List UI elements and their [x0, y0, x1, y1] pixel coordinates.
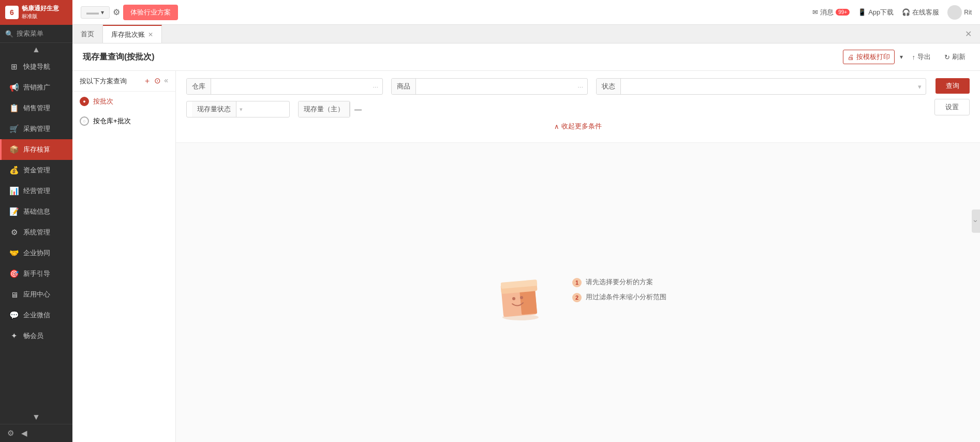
empty-state: 1 请先选择要分析的方案 2 用过滤条件来缩小分析范围 — [176, 143, 980, 442]
settings-footer-icon[interactable]: ⚙ — [7, 429, 14, 438]
sidebar-item-basic[interactable]: 📝 基础信息 — [0, 201, 72, 222]
company-name: 畅康通好生意 — [22, 5, 59, 13]
message-icon: ✉ — [812, 8, 818, 16]
inventory-status-label: 现存量状态 — [192, 101, 236, 117]
export-button[interactable]: ↑ 导出 — [908, 50, 936, 64]
sidebar-search[interactable]: 🔍 搜索菜单 — [0, 25, 72, 43]
username-label: Rit — [964, 9, 972, 16]
left-panel: 按以下方案查询 ＋ ⊙ « ● 按批次 ○ 按仓库+批次 — [72, 71, 176, 442]
online-service-button[interactable]: 🎧 在线客服 — [902, 8, 939, 17]
sidebar-item-finance[interactable]: 💰 资金管理 — [0, 160, 72, 181]
sidebar-item-newbie[interactable]: 🎯 新手引导 — [0, 263, 72, 284]
add-scheme-icon[interactable]: ＋ — [143, 76, 151, 86]
sidebar-item-operations[interactable]: 📊 经营管理 — [0, 181, 72, 201]
inventory-amount-field: 现存量（主） — — [298, 101, 362, 117]
appstore-icon: 🖥 — [9, 290, 19, 299]
sidebar-item-wechat[interactable]: 💬 企业微信 — [0, 305, 72, 326]
scroll-up-button[interactable]: ▲ — [0, 43, 72, 56]
tab-close-icon[interactable]: ✕ — [148, 31, 153, 38]
status-arrow-icon[interactable]: ▾ — [914, 83, 926, 91]
breadcrumb: ▬▬ ▾ — [81, 6, 110, 19]
messages-label: 消息 — [820, 8, 834, 17]
hint-2: 2 用过滤条件来缩小分析范围 — [572, 292, 666, 302]
app-download-button[interactable]: 📱 App下载 — [858, 8, 894, 17]
left-panel-actions: ＋ ⊙ « — [143, 76, 168, 86]
sidebar-item-enterprise[interactable]: 🤝 企业协同 — [0, 243, 72, 263]
content-body: 按以下方案查询 ＋ ⊙ « ● 按批次 ○ 按仓库+批次 — [72, 71, 980, 442]
search-label: 搜索菜单 — [17, 29, 43, 38]
messages-badge: 99+ — [836, 9, 850, 16]
inventory-status-select[interactable]: 现存量状态 ▾ — [186, 101, 290, 117]
product-more-icon[interactable]: ··· — [573, 83, 587, 91]
sidebar-item-inventory[interactable]: 📦 库存核算 — [0, 139, 72, 160]
sidebar-item-member[interactable]: ✦ 畅会员 — [0, 326, 72, 346]
sidebar-item-quick-nav[interactable]: ⊞ 快捷导航 — [0, 56, 72, 77]
tab-home[interactable]: 首页 — [72, 25, 103, 43]
filter-area: 仓库 ··· 商品 ··· 状态 — [176, 71, 980, 143]
header-actions: 🖨 按模板打印 ▾ ↑ 导出 ↻ 刷新 — [843, 50, 970, 64]
right-sidebar-toggle[interactable]: › — [972, 210, 980, 233]
scheme-warehouse-batch-label: 按仓库+批次 — [93, 116, 131, 126]
warehouse-more-icon[interactable]: ··· — [368, 83, 382, 91]
refresh-button[interactable]: ↻ 刷新 — [940, 50, 970, 64]
sidebar-menu: ⊞ 快捷导航 📢 营销推广 📋 销售管理 🛒 采购管理 📦 库存核算 💰 资金管… — [0, 56, 72, 410]
tab-inventory-batch-label: 库存批次账 — [111, 30, 145, 39]
tab-area-close-icon[interactable]: ✕ — [965, 29, 972, 39]
inventory-status-arrow: ▾ — [240, 106, 243, 113]
newbie-icon: 🎯 — [9, 269, 19, 278]
empty-hints: 1 请先选择要分析的方案 2 用过滤条件来缩小分析范围 — [572, 277, 666, 307]
tab-inventory-batch[interactable]: 库存批次账 ✕ — [103, 25, 162, 43]
headset-icon: 🎧 — [902, 8, 910, 16]
sidebar: 6 畅康通好生意 标准版 🔍 搜索菜单 ▲ ⊞ 快捷导航 📢 营销推广 📋 销售… — [0, 0, 72, 442]
main-area: ▬▬ ▾ ⚙ 体验行业方案 ✉ 消息 99+ 📱 App下载 🎧 在线客服 — [72, 0, 980, 442]
topbar: ▬▬ ▾ ⚙ 体验行业方案 ✉ 消息 99+ 📱 App下载 🎧 在线客服 — [72, 0, 980, 25]
status-label: 状态 — [597, 79, 621, 94]
product-input[interactable] — [416, 83, 573, 91]
sidebar-item-purchase[interactable]: 🛒 采购管理 — [0, 119, 72, 139]
collapse-more-label: 收起更多条件 — [561, 122, 602, 131]
sidebar-footer: ⚙ ◀ — [0, 424, 72, 442]
sidebar-item-label: 企业协同 — [23, 248, 50, 258]
hint-1-text: 请先选择要分析的方案 — [586, 277, 653, 287]
breadcrumb-text: ▬▬ — [86, 9, 99, 16]
collapse-more-button[interactable]: ∧ 收起更多条件 — [186, 117, 970, 135]
sales-icon: 📋 — [9, 104, 19, 113]
collapse-panel-icon[interactable]: « — [164, 76, 168, 86]
print-dropdown-arrow[interactable]: ▾ — [900, 53, 903, 61]
export-icon: ↑ — [912, 53, 916, 61]
operations-icon: 📊 — [9, 186, 19, 196]
filter-buttons: 查询 设置 — [934, 78, 970, 115]
sidebar-item-system[interactable]: ⚙ 系统管理 — [0, 222, 72, 243]
sidebar-item-label: 采购管理 — [23, 124, 50, 134]
print-button[interactable]: 🖨 按模板打印 — [843, 50, 895, 64]
sidebar-item-label: 畅会员 — [23, 331, 43, 341]
sidebar-item-marketing[interactable]: 📢 营销推广 — [0, 77, 72, 98]
sidebar-item-appstore[interactable]: 🖥 应用中心 — [0, 284, 72, 305]
trial-button[interactable]: 体验行业方案 — [123, 5, 178, 20]
product-field: 商品 ··· — [391, 78, 588, 95]
status-input[interactable] — [621, 83, 914, 91]
collapse-sidebar-icon[interactable]: ◀ — [21, 429, 27, 438]
sidebar-item-label: 销售管理 — [23, 104, 50, 113]
scheme-batch[interactable]: ● 按批次 — [72, 92, 175, 111]
left-panel-title: 按以下方案查询 — [80, 77, 127, 86]
sidebar-item-sales[interactable]: 📋 销售管理 — [0, 98, 72, 119]
topbar-settings-icon[interactable]: ⚙ — [113, 7, 120, 17]
settings-button[interactable]: 设置 — [934, 99, 970, 115]
company-info: 畅康通好生意 标准版 — [22, 5, 59, 20]
collapse-arrow-icon: ∧ — [554, 123, 559, 130]
sidebar-item-label: 营销推广 — [23, 83, 50, 92]
scroll-down-button[interactable]: ▼ — [0, 410, 72, 424]
user-profile[interactable]: Rit — [947, 5, 972, 20]
messages-button[interactable]: ✉ 消息 99+ — [812, 8, 850, 17]
inventory-icon: 📦 — [9, 145, 19, 154]
product-label: 商品 — [392, 79, 416, 94]
scheme-settings-icon[interactable]: ⊙ — [154, 76, 161, 86]
scheme-warehouse-batch[interactable]: ○ 按仓库+批次 — [72, 111, 175, 131]
breadcrumb-dropdown[interactable]: ▬▬ ▾ — [81, 6, 110, 19]
sidebar-header: 6 畅康通好生意 标准版 — [0, 0, 72, 25]
query-button[interactable]: 查询 — [936, 78, 970, 94]
warehouse-input[interactable] — [211, 83, 368, 91]
online-service-label: 在线客服 — [912, 8, 939, 17]
warehouse-field: 仓库 ··· — [186, 78, 383, 95]
